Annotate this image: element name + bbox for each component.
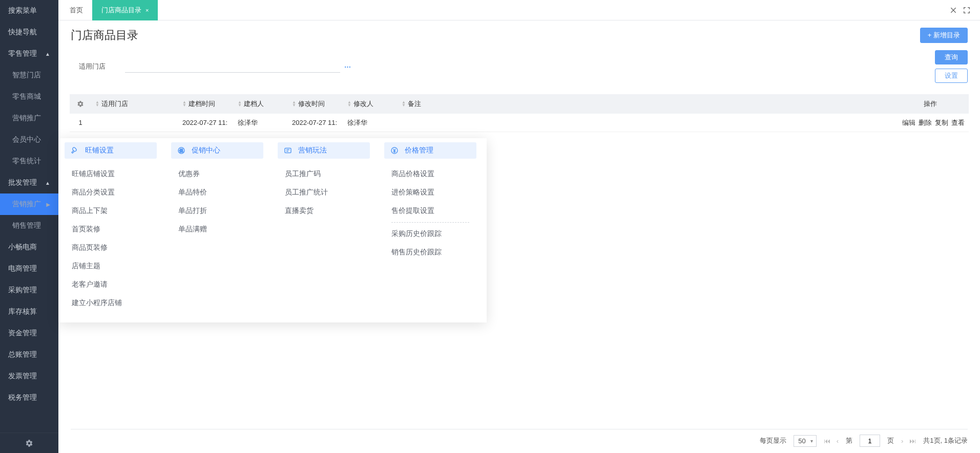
popout-item[interactable]: 销售历史价跟踪: [384, 243, 476, 262]
popout-item[interactable]: 售价提取设置: [384, 202, 476, 220]
close-icon[interactable]: [949, 6, 957, 14]
gear-icon[interactable]: [25, 439, 33, 447]
sidebar-item-8[interactable]: 批发管理▲: [0, 172, 58, 193]
tab-label: 门店商品目录: [101, 6, 141, 15]
page-size-select[interactable]: 50 ▾: [794, 435, 816, 447]
sidebar-item-7[interactable]: 零售统计: [0, 150, 58, 172]
popout-item[interactable]: 商品价格设置: [384, 165, 476, 183]
sidebar-item-0[interactable]: 搜索菜单: [0, 0, 58, 21]
sidebar-item-label: 采购管理: [8, 286, 37, 295]
first-page-icon[interactable]: ⏮: [824, 437, 830, 445]
popout-item[interactable]: 首页装修: [65, 220, 157, 239]
popout-item[interactable]: 旺铺店铺设置: [65, 165, 157, 183]
prev-page-icon[interactable]: ‹: [837, 437, 839, 445]
sidebar-item-9[interactable]: 营销推广◀: [0, 193, 58, 215]
popout-item[interactable]: 商品分类设置: [65, 183, 157, 202]
sidebar-item-6[interactable]: 会员中心: [0, 129, 58, 150]
td-creator: 徐泽华: [234, 118, 288, 127]
table-header: ▲▼适用门店 ▲▼建档时间 ▲▼建档人 ▲▼修改时间 ▲▼修改人 ▲▼备注 操作: [70, 94, 969, 114]
popout-item[interactable]: 建立小程序店铺: [65, 294, 157, 312]
sidebar-item-10[interactable]: 销售管理: [0, 215, 58, 236]
chevron-right-icon: ◀: [46, 202, 50, 207]
popout-item[interactable]: 员工推广统计: [278, 183, 370, 202]
price-icon: [389, 145, 400, 156]
th-modifier[interactable]: ▲▼修改人: [343, 99, 398, 109]
sidebar-item-5[interactable]: 营销推广: [0, 107, 58, 129]
sidebar-item-label: 零售商城: [12, 92, 41, 101]
chevron-icon: ▲: [45, 180, 50, 186]
td-modifier: 徐泽华: [343, 118, 398, 127]
marketing-icon: [283, 145, 293, 156]
popout-header-price: 价格管理: [384, 142, 476, 159]
tabs-right: [949, 6, 980, 14]
popout-header-text: 旺铺设置: [85, 146, 114, 155]
popout-header-text: 价格管理: [405, 146, 433, 155]
popout-item[interactable]: 商品页装修: [65, 239, 157, 257]
th-remark[interactable]: ▲▼备注: [398, 99, 892, 109]
th-creator[interactable]: ▲▼建档人: [234, 99, 288, 109]
more-icon[interactable]: ⋯: [344, 63, 351, 71]
sidebar-item-4[interactable]: 零售商城: [0, 86, 58, 107]
popout-item[interactable]: 单品打折: [171, 202, 263, 220]
svg-text:促: 促: [179, 148, 183, 153]
th-action: 操作: [892, 99, 969, 109]
popout-item[interactable]: 采购历史价跟踪: [384, 225, 476, 243]
td-create-time: 2022-07-27 11:: [178, 119, 234, 126]
sidebar-item-label: 发票管理: [8, 372, 37, 381]
popout-item[interactable]: 商品上下架: [65, 202, 157, 220]
sidebar-item-label: 总账管理: [8, 350, 37, 359]
sidebar-item-11[interactable]: 小畅电商: [0, 236, 58, 258]
last-page-icon[interactable]: ⏭: [909, 437, 916, 445]
sidebar-item-2[interactable]: 零售管理▲: [0, 43, 58, 64]
popout-item[interactable]: 老客户邀请: [65, 275, 157, 294]
pagination: 每页显示 50 ▾ ⏮ ‹ 第 页 › ⏭ 共1页, 1条记录: [71, 429, 968, 447]
action-delete[interactable]: 删除: [919, 118, 932, 127]
query-button[interactable]: 查询: [935, 50, 968, 64]
page-header: 门店商品目录 + 新增目录: [58, 20, 980, 50]
sidebar-item-12[interactable]: 电商管理: [0, 258, 58, 279]
popout-item[interactable]: 优惠券: [171, 165, 263, 183]
popout-item[interactable]: 员工推广码: [278, 165, 370, 183]
action-view[interactable]: 查看: [951, 118, 965, 127]
add-catalog-button[interactable]: + 新增目录: [920, 28, 968, 43]
settings-button[interactable]: 设置: [935, 69, 968, 83]
pager-icons-next: › ⏭: [901, 437, 916, 445]
th-create-time[interactable]: ▲▼建档时间: [178, 99, 234, 109]
action-edit[interactable]: 编辑: [902, 118, 915, 127]
store-input[interactable]: [125, 60, 340, 73]
popout-item[interactable]: 进价策略设置: [384, 183, 476, 202]
sidebar-item-18[interactable]: 税务管理: [0, 387, 58, 408]
th-modify-time[interactable]: ▲▼修改时间: [288, 99, 343, 109]
next-page-icon[interactable]: ›: [901, 437, 903, 445]
filter-actions: 查询 设置: [935, 50, 968, 83]
tab-close-icon[interactable]: ×: [145, 7, 149, 13]
sidebar-item-1[interactable]: 快捷导航: [0, 21, 58, 43]
svg-rect-4: [285, 148, 291, 153]
th-gear[interactable]: [70, 100, 91, 107]
sidebar-item-label: 营销推广: [12, 114, 41, 123]
sidebar-item-label: 搜索菜单: [8, 6, 37, 15]
popout-item[interactable]: 单品特价: [171, 183, 263, 202]
sidebar-item-17[interactable]: 发票管理: [0, 365, 58, 387]
separator: [391, 222, 469, 223]
page-prefix: 第: [846, 436, 852, 445]
tab-home[interactable]: 首页: [60, 0, 92, 20]
tab-active[interactable]: 门店商品目录 ×: [92, 0, 158, 20]
sidebar-item-label: 小畅电商: [8, 243, 37, 252]
popout-item[interactable]: 直播卖货: [278, 202, 370, 220]
sidebar-item-label: 批发管理: [8, 178, 37, 187]
sidebar-item-13[interactable]: 采购管理: [0, 279, 58, 301]
sidebar-item-15[interactable]: 资金管理: [0, 322, 58, 344]
popout-header-marketing: 营销玩法: [278, 142, 370, 159]
popout-item[interactable]: 单品满赠: [171, 220, 263, 239]
page-input[interactable]: [860, 435, 880, 447]
popout-item[interactable]: 店铺主题: [65, 257, 157, 275]
td-idx: 1: [70, 119, 91, 126]
sidebar-item-16[interactable]: 总账管理: [0, 344, 58, 365]
sidebar-item-14[interactable]: 库存核算: [0, 301, 58, 322]
sidebar-item-3[interactable]: 智慧门店: [0, 64, 58, 86]
action-copy[interactable]: 复制: [935, 118, 948, 127]
th-store[interactable]: ▲▼适用门店: [91, 99, 178, 109]
promo-icon: 促: [176, 145, 186, 156]
fullscreen-icon[interactable]: [963, 6, 971, 14]
